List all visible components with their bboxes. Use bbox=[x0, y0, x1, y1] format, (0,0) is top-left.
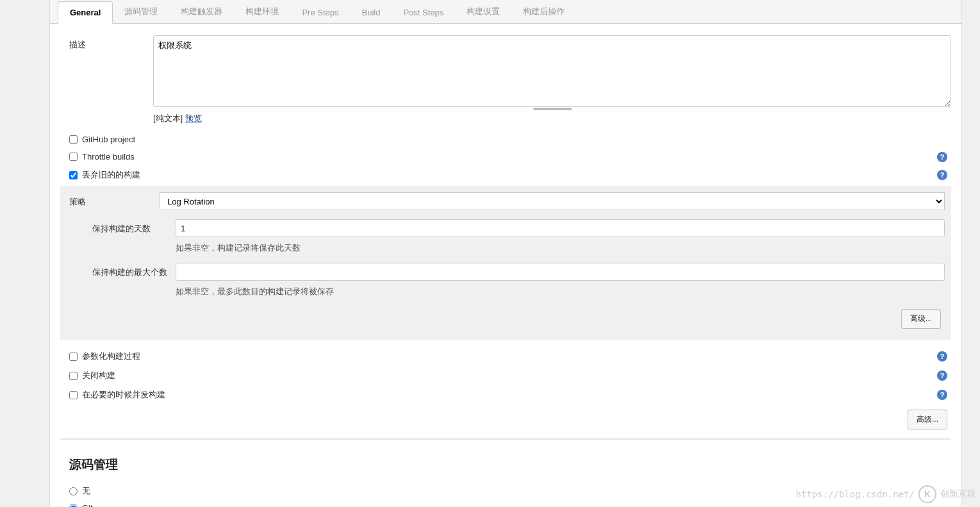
section-divider bbox=[60, 438, 951, 440]
disable-build-label: 关闭构建 bbox=[82, 370, 115, 381]
tab-general[interactable]: General bbox=[58, 1, 113, 24]
description-format: [纯文本] 预览 bbox=[153, 113, 951, 124]
config-tabs: General 源码管理 构建触发器 构建环境 Pre Steps Build … bbox=[50, 0, 961, 24]
advanced-button[interactable]: 高级... bbox=[908, 410, 947, 429]
tab-triggers[interactable]: 构建触发器 bbox=[169, 0, 234, 23]
tab-env[interactable]: 构建环境 bbox=[234, 0, 290, 23]
advanced-row-2: 高级... bbox=[60, 404, 951, 432]
help-icon[interactable]: ? bbox=[937, 170, 947, 180]
description-textarea[interactable]: 权限系统 bbox=[153, 35, 951, 107]
jenkins-job-config: General 源码管理 构建触发器 构建环境 Pre Steps Build … bbox=[49, 0, 962, 507]
scm-heading: 源码管理 bbox=[60, 446, 951, 482]
discard-old-checkbox[interactable] bbox=[69, 171, 78, 179]
days-row: 保持构建的天数 bbox=[92, 219, 945, 237]
help-icon[interactable]: ? bbox=[937, 390, 947, 400]
advanced-button[interactable]: 高级... bbox=[901, 309, 941, 329]
days-input[interactable] bbox=[176, 219, 945, 237]
throttle-builds-row: Throttle builds ? bbox=[60, 148, 951, 165]
tab-pre-steps[interactable]: Pre Steps bbox=[290, 2, 350, 23]
config-content: 描述 权限系统 [纯文本] 预览 GitHub project Throttle… bbox=[50, 24, 961, 507]
discard-old-row: 丢弃旧的的构建 ? bbox=[60, 165, 951, 185]
parametrized-checkbox[interactable] bbox=[69, 353, 78, 361]
parametrized-row: 参数化构建过程 ? bbox=[60, 347, 951, 366]
concurrent-row: 在必要的时候并发构建 ? bbox=[60, 385, 951, 404]
days-help: 如果非空，构建记录将保存此天数 bbox=[176, 242, 945, 254]
max-label: 保持构建的最大个数 bbox=[92, 263, 176, 278]
help-icon[interactable]: ? bbox=[937, 370, 947, 381]
discard-old-subsection: 策略 Log Rotation 保持构建的天数 如果非空，构建记录将保存此天数 … bbox=[60, 186, 951, 340]
resize-grip[interactable] bbox=[533, 108, 572, 110]
help-icon[interactable]: ? bbox=[937, 351, 947, 362]
concurrent-checkbox[interactable] bbox=[69, 391, 78, 399]
max-row: 保持构建的最大个数 bbox=[92, 263, 945, 281]
tab-post-steps[interactable]: Post Steps bbox=[392, 2, 455, 23]
tab-scm[interactable]: 源码管理 bbox=[113, 0, 169, 23]
help-icon[interactable]: ? bbox=[937, 152, 947, 162]
parametrized-label: 参数化构建过程 bbox=[82, 351, 140, 362]
description-label: 描述 bbox=[60, 35, 153, 51]
disable-build-row: 关闭构建 ? bbox=[60, 366, 951, 385]
tab-post-build[interactable]: 构建后操作 bbox=[511, 0, 576, 23]
scm-git-label: Git bbox=[82, 503, 93, 507]
scm-git-row: Git bbox=[60, 500, 951, 507]
strategy-nested: 保持构建的天数 如果非空，构建记录将保存此天数 保持构建的最大个数 如果非空，最… bbox=[67, 219, 945, 297]
throttle-builds-label: Throttle builds bbox=[82, 152, 135, 162]
github-project-label: GitHub project bbox=[82, 135, 135, 144]
max-help: 如果非空，最多此数目的构建记录将被保存 bbox=[176, 286, 945, 297]
github-project-checkbox[interactable] bbox=[69, 135, 78, 144]
description-row: 描述 权限系统 [纯文本] 预览 bbox=[60, 35, 951, 124]
scm-none-label: 无 bbox=[82, 485, 90, 497]
strategy-select[interactable]: Log Rotation bbox=[160, 192, 945, 210]
scm-none-row: 无 bbox=[60, 482, 951, 500]
preview-link[interactable]: 预览 bbox=[185, 113, 202, 123]
scm-git-radio[interactable] bbox=[69, 504, 78, 507]
days-label: 保持构建的天数 bbox=[92, 219, 176, 235]
advanced-row-1: 高级... bbox=[67, 306, 945, 331]
scm-none-radio[interactable] bbox=[69, 487, 78, 495]
concurrent-label: 在必要的时候并发构建 bbox=[82, 389, 165, 401]
discard-old-label: 丢弃旧的的构建 bbox=[82, 169, 140, 181]
format-label: [纯文本] bbox=[153, 113, 185, 123]
throttle-builds-checkbox[interactable] bbox=[69, 153, 78, 161]
max-input[interactable] bbox=[176, 263, 945, 281]
tab-build-settings[interactable]: 构建设置 bbox=[455, 0, 511, 23]
strategy-label: 策略 bbox=[67, 192, 160, 208]
github-project-row: GitHub project bbox=[60, 131, 951, 148]
disable-build-checkbox[interactable] bbox=[69, 372, 78, 380]
tab-build[interactable]: Build bbox=[351, 2, 392, 23]
